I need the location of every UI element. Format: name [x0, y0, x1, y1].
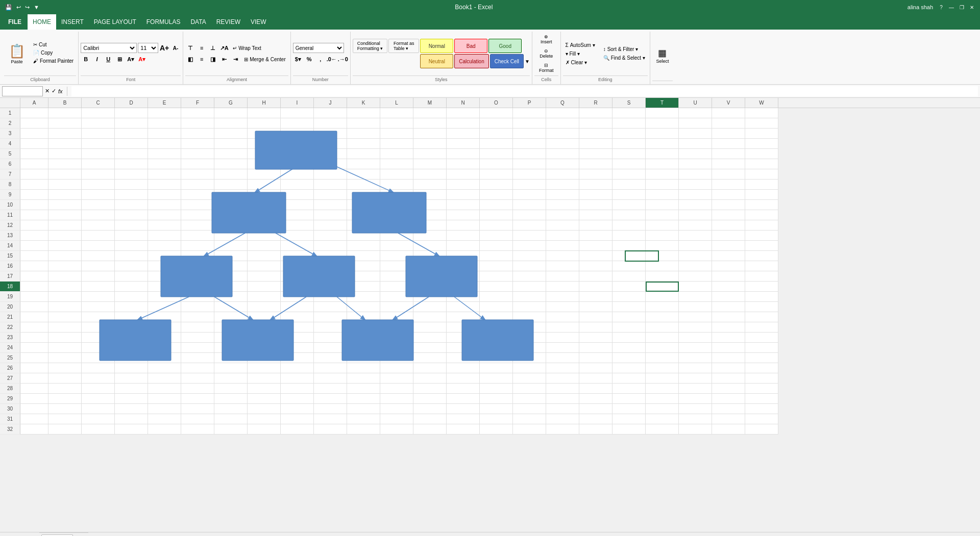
cell-C6[interactable] [82, 159, 115, 169]
cell-B13[interactable] [48, 231, 82, 241]
formula-bar-check-icon[interactable]: ✓ [52, 88, 56, 94]
find-select-button[interactable]: 🔍 Find & Select ▾ [601, 54, 648, 62]
select-button[interactable]: ▦ Select [652, 47, 673, 65]
cell-C3[interactable] [82, 129, 115, 139]
cell-A19[interactable] [20, 292, 48, 302]
row-header-6[interactable]: 6 [0, 159, 20, 169]
cell-O17[interactable] [480, 271, 513, 282]
cell-H13[interactable] [248, 231, 281, 241]
col-header-f[interactable]: F [181, 98, 214, 108]
col-header-c[interactable]: C [82, 98, 115, 108]
cell-H10[interactable] [248, 200, 281, 210]
cell-R29[interactable] [579, 394, 612, 404]
cell-U4[interactable] [679, 139, 712, 149]
cell-B31[interactable] [48, 414, 82, 424]
cell-C17[interactable] [82, 271, 115, 282]
cell-W16[interactable] [745, 261, 778, 271]
cell-E32[interactable] [148, 424, 181, 435]
cell-E7[interactable] [148, 169, 181, 180]
cell-N17[interactable] [447, 271, 480, 282]
cell-Q17[interactable] [546, 271, 579, 282]
font-size-select[interactable]: 11 [138, 43, 158, 53]
cell-I7[interactable] [281, 169, 314, 180]
cell-E3[interactable] [148, 129, 181, 139]
cell-N8[interactable] [447, 180, 480, 190]
cell-D21[interactable] [115, 312, 148, 322]
cell-I21[interactable] [281, 312, 314, 322]
cell-N16[interactable] [447, 261, 480, 271]
row-header-26[interactable]: 26 [0, 363, 20, 373]
cell-L14[interactable] [380, 241, 413, 251]
cell-S22[interactable] [612, 322, 646, 333]
cell-G32[interactable] [214, 424, 248, 435]
cell-S18[interactable] [612, 282, 646, 292]
cell-S6[interactable] [612, 159, 646, 169]
cell-A23[interactable] [20, 333, 48, 343]
cell-L19[interactable] [380, 292, 413, 302]
cell-Q29[interactable] [546, 394, 579, 404]
cell-K28[interactable] [347, 384, 380, 394]
cell-S4[interactable] [612, 139, 646, 149]
cell-H32[interactable] [248, 424, 281, 435]
cell-W15[interactable] [745, 251, 778, 261]
cell-K6[interactable] [347, 159, 380, 169]
cell-M9[interactable] [413, 190, 447, 200]
cell-B16[interactable] [48, 261, 82, 271]
col-header-n[interactable]: N [447, 98, 480, 108]
cell-A12[interactable] [20, 220, 48, 231]
cell-F3[interactable] [181, 129, 214, 139]
cell-Q11[interactable] [546, 210, 579, 220]
cell-U8[interactable] [679, 180, 712, 190]
cell-I17[interactable] [281, 271, 314, 282]
cell-V24[interactable] [712, 343, 745, 353]
cell-K32[interactable] [347, 424, 380, 435]
cell-G1[interactable] [214, 108, 248, 118]
cell-Q2[interactable] [546, 118, 579, 129]
cell-P17[interactable] [513, 271, 546, 282]
cell-C29[interactable] [82, 394, 115, 404]
cell-L9[interactable] [380, 190, 413, 200]
col-header-k[interactable]: K [347, 98, 380, 108]
cell-J2[interactable] [314, 118, 347, 129]
cell-Q8[interactable] [546, 180, 579, 190]
cell-U6[interactable] [679, 159, 712, 169]
cell-G13[interactable] [214, 231, 248, 241]
cell-B27[interactable] [48, 373, 82, 384]
cell-G16[interactable] [214, 261, 248, 271]
cell-I18[interactable] [281, 282, 314, 292]
cell-D10[interactable] [115, 200, 148, 210]
style-normal-button[interactable]: Normal [420, 39, 453, 53]
cell-K14[interactable] [347, 241, 380, 251]
cell-E26[interactable] [148, 363, 181, 373]
cell-B15[interactable] [48, 251, 82, 261]
cell-K15[interactable] [347, 251, 380, 261]
cell-P26[interactable] [513, 363, 546, 373]
cell-R24[interactable] [579, 343, 612, 353]
cell-C31[interactable] [82, 414, 115, 424]
cell-F16[interactable] [181, 261, 214, 271]
cell-H23[interactable] [248, 333, 281, 343]
cell-S12[interactable] [612, 220, 646, 231]
cell-V11[interactable] [712, 210, 745, 220]
cell-S20[interactable] [612, 302, 646, 312]
cell-G8[interactable] [214, 180, 248, 190]
cell-N15[interactable] [447, 251, 480, 261]
align-middle-button[interactable]: ≡ [197, 43, 207, 53]
cell-O2[interactable] [480, 118, 513, 129]
style-check-cell-button[interactable]: Check Cell [490, 54, 524, 68]
cell-J8[interactable] [314, 180, 347, 190]
cell-V20[interactable] [712, 302, 745, 312]
cell-J6[interactable] [314, 159, 347, 169]
cell-V7[interactable] [712, 169, 745, 180]
cell-W1[interactable] [745, 108, 778, 118]
cell-B32[interactable] [48, 424, 82, 435]
cell-G3[interactable] [214, 129, 248, 139]
cell-G14[interactable] [214, 241, 248, 251]
col-header-a[interactable]: A [20, 98, 48, 108]
cell-H2[interactable] [248, 118, 281, 129]
sheet-tab-sheet1[interactable]: Sheet1 [41, 534, 73, 537]
cell-E16[interactable] [148, 261, 181, 271]
cell-C8[interactable] [82, 180, 115, 190]
cell-A17[interactable] [20, 271, 48, 282]
style-calculation-button[interactable]: Calculation [454, 54, 488, 68]
